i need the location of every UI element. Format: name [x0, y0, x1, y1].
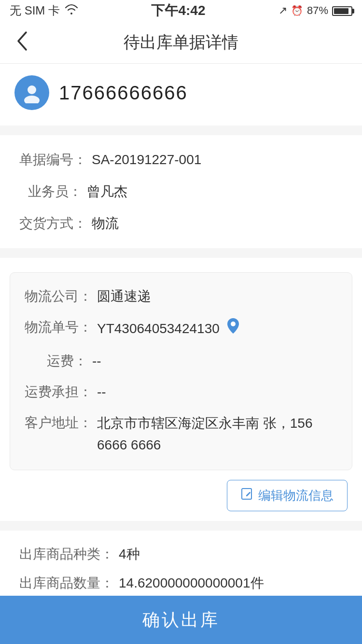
company-label: 物流公司：	[25, 286, 97, 307]
edit-icon	[241, 488, 253, 504]
order-no-value: SA-20191227-001	[92, 150, 343, 170]
location-icon	[225, 317, 241, 340]
battery-percent: 87%	[307, 4, 328, 17]
goods-count-row: 出库商品数量： 14.620000000000001件	[19, 574, 343, 592]
goods-count-value: 14.620000000000001件	[119, 574, 264, 592]
alarm-icon: ⏰	[291, 5, 303, 16]
freight-value: --	[92, 351, 337, 371]
freight-label: 运费：	[25, 351, 92, 371]
delivery-row: 交货方式： 物流	[19, 213, 343, 234]
back-button[interactable]	[14, 29, 29, 56]
goods-count-label: 出库商品数量：	[19, 574, 119, 592]
nav-bar: 待出库单据详情	[0, 21, 362, 64]
order-no-row: 单据编号： SA-20191227-001	[19, 150, 343, 170]
time-display: 下午4:42	[151, 1, 205, 20]
svg-rect-3	[242, 489, 251, 499]
wifi-icon	[65, 4, 78, 17]
edit-btn-row: 编辑物流信息	[0, 470, 362, 521]
section-gap-3	[0, 521, 362, 531]
address-label: 客户地址：	[25, 413, 97, 433]
goods-section: 出库商品种类： 4种 出库商品数量： 14.620000000000001件	[0, 531, 362, 607]
tracking-label: 物流单号：	[25, 317, 97, 337]
tracking-row: 物流单号： YT43064053424130	[25, 317, 337, 340]
address-row: 客户地址： 北京市市辖区海淀区永丰南 张，156 6666 6666	[25, 413, 337, 456]
freight-bear-row: 运费承担： --	[25, 382, 337, 402]
staff-row: 业务员： 曾凡杰	[19, 182, 343, 202]
edit-logistics-label: 编辑物流信息	[258, 487, 334, 504]
status-right: ↗ ⏰ 87%	[278, 4, 352, 17]
company-row: 物流公司： 圆通速递	[25, 286, 337, 307]
edit-logistics-button[interactable]: 编辑物流信息	[227, 480, 348, 511]
confirm-outbound-button[interactable]: 确认出库	[0, 596, 362, 644]
delivery-label: 交货方式：	[19, 213, 92, 234]
freight-bear-label: 运费承担：	[25, 382, 97, 402]
staff-label: 业务员：	[19, 182, 87, 202]
section-gap-1	[0, 126, 362, 135]
staff-value: 曾凡杰	[87, 182, 343, 202]
svg-point-1	[24, 96, 40, 103]
status-left: 无 SIM 卡	[10, 3, 78, 18]
svg-point-0	[28, 85, 36, 94]
tracking-value: YT43064053424130	[97, 317, 337, 340]
svg-point-2	[231, 322, 236, 326]
customer-phone: 17666666666	[59, 82, 188, 104]
goods-type-label: 出库商品种类：	[19, 545, 119, 563]
delivery-value: 物流	[92, 213, 343, 234]
company-value: 圆通速递	[97, 286, 337, 307]
goods-type-row: 出库商品种类： 4种	[19, 545, 343, 563]
address-value: 北京市市辖区海淀区永丰南 张，156 6666 6666	[97, 413, 337, 456]
avatar	[14, 75, 49, 110]
basic-info-section: 单据编号： SA-20191227-001 业务员： 曾凡杰 交货方式： 物流	[0, 135, 362, 248]
order-no-label: 单据编号：	[19, 150, 92, 170]
section-gap-2	[0, 248, 362, 258]
logistics-card: 物流公司： 圆通速递 物流单号： YT43064053424130 运费： --…	[10, 272, 352, 470]
freight-bear-value: --	[97, 382, 337, 402]
page-title: 待出库单据详情	[124, 31, 238, 54]
carrier-text: 无 SIM 卡	[10, 3, 60, 18]
confirm-outbound-label: 确认出库	[142, 608, 220, 632]
location-icon: ↗	[278, 4, 287, 17]
dashed-divider	[0, 122, 362, 126]
logistics-wrapper: 物流公司： 圆通速递 物流单号： YT43064053424130 运费： --…	[0, 258, 362, 521]
customer-header: 17666666666	[0, 64, 362, 122]
goods-type-value: 4种	[119, 545, 140, 563]
freight-row: 运费： --	[25, 351, 337, 371]
status-bar: 无 SIM 卡 下午4:42 ↗ ⏰ 87%	[0, 0, 362, 21]
battery-icon	[332, 4, 352, 17]
